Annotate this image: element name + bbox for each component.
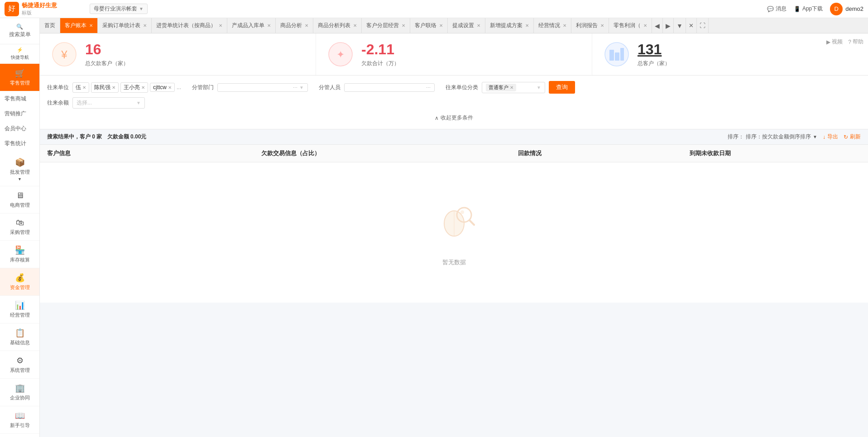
filter-more-tags[interactable]: ... xyxy=(177,84,181,90)
person-select[interactable]: ⋯ xyxy=(344,83,435,92)
tab-menu-btn[interactable]: ▼ xyxy=(674,18,686,33)
sidebar-sub-member-center[interactable]: 会员中心 xyxy=(0,121,39,136)
tab-product-analysis-list[interactable]: 商品分析列表 ✕ xyxy=(313,18,362,33)
tab-close-6[interactable]: ✕ xyxy=(353,23,357,28)
tab-close-4[interactable]: ✕ xyxy=(267,23,271,28)
tab-next-btn[interactable]: ▶ xyxy=(663,18,674,33)
tab-purchase-stats-by-product[interactable]: 进货单统计表（按商品） ✕ xyxy=(152,18,227,33)
stats-area: ¥ 16 总欠款客户（家） ✦ xyxy=(40,33,868,76)
sidebar-item-appstore[interactable]: 🔧 应用中心 xyxy=(0,434,39,437)
tab-close-8[interactable]: ✕ xyxy=(439,23,443,28)
tab-close-13[interactable]: ✕ xyxy=(643,23,647,28)
search-menu-btn[interactable]: 🔍 搜索菜单 xyxy=(3,22,37,40)
tab-home[interactable]: 首页 xyxy=(40,18,60,33)
sidebar-item-quick-nav[interactable]: ⚡ 快捷导航 xyxy=(0,44,39,64)
svg-rect-6 xyxy=(615,52,619,61)
unit-class-select[interactable]: 普通客户 ✕ ▼ xyxy=(482,82,545,93)
stat-info-total-customers: 131 总客户（家） xyxy=(638,41,670,67)
video-help-btn[interactable]: ▶ 视频 xyxy=(826,38,843,46)
stat-icon-debt: ✦ xyxy=(327,41,354,68)
tab-close-10[interactable]: ✕ xyxy=(525,23,529,28)
tab-close-3[interactable]: ✕ xyxy=(219,23,222,28)
app-download-btn[interactable]: 📱 App下载 xyxy=(794,5,823,13)
tab-profit-report[interactable]: 利润报告 ✕ xyxy=(571,18,609,33)
result-info: 搜索结果中，客户 0 家 欠款金额 0.00元 xyxy=(47,133,146,141)
tab-customer-ledger[interactable]: 客户账本 ✕ xyxy=(60,18,98,33)
tab-close-7[interactable]: ✕ xyxy=(402,23,405,28)
sidebar-item-ecommerce[interactable]: 🖥 电商管理 xyxy=(0,186,39,214)
stat-value-debt-amount: -2.11 xyxy=(361,41,399,58)
logo-area: 好 畅捷通好生意 标版 xyxy=(5,2,82,16)
unit-class-tag[interactable]: 普通客户 ✕ xyxy=(486,84,516,91)
query-button[interactable]: 查询 xyxy=(549,81,575,94)
stat-card-debtors: ¥ 16 总欠款客户（家） xyxy=(40,33,316,75)
tab-production-inbound[interactable]: 产成品入库单 ✕ xyxy=(227,18,276,33)
tab-close-12[interactable]: ✕ xyxy=(600,23,604,28)
tab-fullscreen-btn[interactable]: ⛶ xyxy=(697,18,709,33)
user-area[interactable]: D demo2 xyxy=(830,3,863,15)
tab-close-9[interactable]: ✕ xyxy=(477,23,480,28)
collapse-btn[interactable]: ∧ 收起更多条件 xyxy=(429,112,479,124)
result-actions: 排序： 排序：按欠款金额倒序排序 ▼ ↓ 导出 ↻ 刷新 xyxy=(728,133,861,141)
doc-help-btn[interactable]: ? 帮助 xyxy=(848,38,863,46)
dept-select[interactable]: ⋯ ▼ xyxy=(217,83,308,92)
filter-tag-chen-close[interactable]: ✕ xyxy=(112,85,115,90)
workspace-selector[interactable]: 母婴行业演示帐套 ▼ xyxy=(90,4,148,14)
stat-info-debt-amount: -2.11 欠款合计（万） xyxy=(361,41,399,67)
refresh-btn[interactable]: ↻ 刷新 xyxy=(844,133,861,141)
sidebar-item-finance[interactable]: 💰 资金管理 xyxy=(0,268,39,296)
balance-select[interactable]: 选择... ▼ xyxy=(72,97,145,109)
tab-customer-contact[interactable]: 客户联络 ✕ xyxy=(410,18,448,33)
filter-tag-wang-close[interactable]: ✕ xyxy=(141,85,145,90)
filter-row-1: 往来单位 伍 ✕ 陈民强 ✕ 王小亮 ✕ xyxy=(47,81,861,94)
tab-retail-profit[interactable]: 零售利润（ ✕ xyxy=(609,18,652,33)
page-content: ¥ 16 总欠款客户（家） ✦ xyxy=(40,33,868,437)
svg-text:✦: ✦ xyxy=(336,49,345,60)
col-header-customer: 客户信息 xyxy=(47,149,261,157)
sidebar-item-inventory[interactable]: 🏪 库存核算 xyxy=(0,241,39,268)
sidebar-item-enterprise[interactable]: 🏢 企业协同 xyxy=(0,379,39,406)
filter-row-2: 往来余额 选择... ▼ xyxy=(47,97,861,109)
balance-label: 往来余额 xyxy=(47,99,69,107)
filter-area: 往来单位 伍 ✕ 陈民强 ✕ 王小亮 ✕ xyxy=(40,76,868,129)
dept-label: 分管部门 xyxy=(192,84,214,91)
tab-operation[interactable]: 经营情况 ✕ xyxy=(534,18,571,33)
tab-prev-btn[interactable]: ◀ xyxy=(652,18,663,33)
table-area: 客户信息 欠款交易信息（占比） 回款情况 到期未收款日期 xyxy=(40,145,868,303)
filter-tag-cjttcw[interactable]: cjttcw ✕ xyxy=(150,83,175,92)
export-btn[interactable]: ↓ 导出 xyxy=(823,133,838,141)
sidebar-sub-retail-stats[interactable]: 零售统计 xyxy=(0,136,39,151)
tab-close-customer-ledger[interactable]: ✕ xyxy=(89,23,93,28)
filter-tag-cjttcw-close[interactable]: ✕ xyxy=(168,85,172,90)
tab-close-5[interactable]: ✕ xyxy=(305,23,308,28)
filter-tag-wu[interactable]: 伍 ✕ xyxy=(72,82,89,93)
sidebar-item-retail[interactable]: 🛒 零售管理 xyxy=(0,64,39,91)
top-header: 好 畅捷通好生意 标版 母婴行业演示帐套 ▼ 💬 消息 📱 App下载 D de… xyxy=(0,0,868,18)
sidebar-item-newbie[interactable]: 📖 新手引导 xyxy=(0,406,39,434)
stat-label-total-customers: 总客户（家） xyxy=(638,60,670,67)
filter-tags-unit: 伍 ✕ 陈民强 ✕ 王小亮 ✕ cjttcw ✕ xyxy=(72,82,181,93)
tab-close-all-btn[interactable]: ✕ xyxy=(686,18,697,33)
sidebar-item-operation[interactable]: 📊 经营管理 xyxy=(0,296,39,323)
tab-close-11[interactable]: ✕ xyxy=(563,23,566,28)
content-area: 首页 客户账本 ✕ 采购订单统计表 ✕ 进货单统计表（按商品） ✕ 产成品入库单… xyxy=(40,18,868,437)
sidebar-item-batch[interactable]: 📦 批发管理 ▼ xyxy=(0,153,39,186)
tab-close-2[interactable]: ✕ xyxy=(143,23,147,28)
filter-tag-wang[interactable]: 王小亮 ✕ xyxy=(120,82,148,93)
tab-add-commission-plan[interactable]: 新增提成方案 ✕ xyxy=(485,18,534,33)
main-layout: 🔍 搜索菜单 ⚡ 快捷导航 🛒 零售管理 零售商城 营销推广 会员中心 零售统计… xyxy=(0,18,868,437)
tab-commission-settings[interactable]: 提成设置 ✕ xyxy=(448,18,485,33)
sidebar-item-purchase[interactable]: 🛍 采购管理 xyxy=(0,214,39,241)
stat-value-total-customers[interactable]: 131 xyxy=(638,41,670,58)
tab-purchase-order-stats[interactable]: 采购订单统计表 ✕ xyxy=(98,18,152,33)
sidebar-item-basic[interactable]: 📋 基础信息 xyxy=(0,323,39,351)
message-btn[interactable]: 💬 消息 xyxy=(767,5,786,13)
filter-tag-chen[interactable]: 陈民强 ✕ xyxy=(91,82,119,93)
sort-selector[interactable]: 排序： 排序：按欠款金额倒序排序 ▼ xyxy=(728,133,817,141)
tab-customer-tier[interactable]: 客户分层经营 ✕ xyxy=(362,18,410,33)
sidebar-sub-marketing[interactable]: 营销推广 xyxy=(0,106,39,121)
sidebar-item-system[interactable]: ⚙ 系统管理 xyxy=(0,351,39,379)
filter-tag-wu-close[interactable]: ✕ xyxy=(82,85,86,90)
sidebar-sub-retail-mall[interactable]: 零售商城 xyxy=(0,91,39,106)
tab-product-analysis[interactable]: 商品分析 ✕ xyxy=(276,18,313,33)
